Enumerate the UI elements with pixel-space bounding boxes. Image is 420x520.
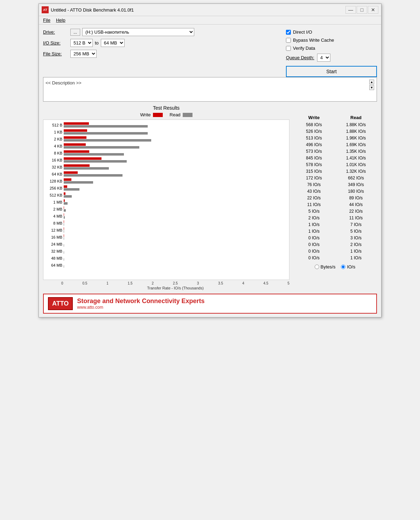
x-tick: 5 — [287, 281, 289, 285]
bar-row: 64 MB — [46, 262, 287, 268]
read-bar — [64, 174, 122, 177]
window-controls: — □ ✕ — [345, 6, 378, 14]
maximize-button[interactable]: □ — [357, 6, 367, 14]
bar-group — [64, 255, 287, 261]
bar-group — [64, 199, 287, 205]
verify-data-checkbox[interactable] — [286, 46, 291, 51]
drive-select[interactable]: (H:) USB-накопитель — [82, 28, 194, 36]
read-cell: 2 IO/s — [338, 241, 373, 248]
title-bar-left: AT Untitled - ATTO Disk Benchmark 4.01.0… — [42, 6, 134, 13]
bar-row: 24 MB — [46, 241, 287, 247]
atto-banner: ATTO Storage and Network Connectivity Ex… — [43, 294, 377, 314]
write-legend-label: Write — [140, 112, 150, 117]
io-size-row: I/O Size: 512 B to 64 MB — [43, 39, 279, 47]
bar-row: 48 MB — [46, 255, 287, 261]
direct-io-row: Direct I/O — [286, 29, 377, 35]
bar-row: 32 MB — [46, 248, 287, 254]
write-cell: 513 IO/s — [296, 135, 331, 142]
bypass-cache-label[interactable]: Bypass Write Cache — [293, 37, 334, 43]
bar-group — [64, 164, 287, 170]
app-icon: AT — [42, 6, 49, 13]
x-tick: 3.5 — [218, 281, 223, 285]
direct-io-label[interactable]: Direct I/O — [293, 29, 312, 35]
bar-row: 2 KB — [46, 136, 287, 142]
right-controls: Direct I/O Bypass Write Cache Verify Dat… — [286, 28, 377, 77]
write-cell: 0 IO/s — [296, 241, 331, 248]
verify-data-row: Verify Data — [286, 46, 377, 51]
bytes-radio[interactable] — [315, 265, 319, 269]
bar-label: 12 MB — [46, 228, 64, 232]
table-row: 845 IO/s1.41K IO/s — [293, 155, 377, 162]
bar-label: 1 MB — [46, 200, 64, 204]
minimize-button[interactable]: — — [345, 6, 356, 14]
write-bar — [64, 143, 86, 146]
close-button[interactable]: ✕ — [368, 6, 378, 14]
file-size-row: File Size: 256 MB — [43, 50, 279, 58]
bar-row: 512 KB — [46, 192, 287, 198]
queue-depth-select[interactable]: 4 — [317, 54, 330, 62]
x-tick: 2.5 — [173, 281, 178, 285]
menu-bar: File Help — [39, 16, 381, 25]
bar-label: 512 KB — [46, 193, 64, 197]
write-cell: 496 IO/s — [296, 142, 331, 148]
bar-label: 512 B — [46, 123, 64, 127]
start-button[interactable]: Start — [286, 66, 377, 77]
bar-row: 128 KB — [46, 178, 287, 184]
write-cell: 0 IO/s — [296, 255, 331, 261]
description-text: << Description >> — [46, 80, 369, 85]
read-bar — [64, 160, 127, 163]
scroll-up-button[interactable]: ▲ — [369, 80, 374, 84]
io-size-from-select[interactable]: 512 B — [70, 39, 93, 47]
bypass-cache-checkbox[interactable] — [286, 38, 291, 43]
chart-title: Test Results — [43, 105, 289, 111]
bar-label: 4 MB — [46, 214, 64, 218]
read-bar — [64, 223, 64, 226]
write-cell: 573 IO/s — [296, 148, 331, 155]
read-cell: 180 IO/s — [338, 188, 373, 195]
bar-label: 32 KB — [46, 165, 64, 169]
description-scrollbar: ▲ ▼ — [369, 80, 374, 90]
chart-container: 512 B1 KB2 KB4 KB8 KB16 KB32 KB64 KB128 … — [43, 119, 289, 280]
write-legend: Write — [140, 112, 162, 117]
bar-group — [64, 136, 287, 142]
atto-logo: ATTO — [48, 297, 73, 310]
main-content: Drive: ... (H:) USB-накопитель I/O Size:… — [39, 25, 381, 317]
bytes-label: Bytes/s — [321, 264, 336, 269]
write-bar — [64, 192, 65, 195]
x-tick: 3 — [197, 281, 199, 285]
write-bar — [64, 213, 64, 216]
write-cell: 845 IO/s — [296, 155, 331, 162]
chart-legend: Write Read — [43, 112, 289, 117]
table-row: 172 IO/s662 IO/s — [293, 175, 377, 182]
io-size-to-select[interactable]: 64 MB — [101, 39, 125, 47]
write-cell: 578 IO/s — [296, 162, 331, 168]
bar-group — [64, 227, 287, 233]
left-controls: Drive: ... (H:) USB-накопитель I/O Size:… — [43, 28, 279, 61]
table-row: 2 IO/s11 IO/s — [293, 215, 377, 221]
read-cell: 1.32K IO/s — [338, 168, 373, 175]
results-section: Test Results Write Read 512 B1 KB2 KB4 K… — [43, 105, 377, 290]
write-bar — [64, 185, 67, 188]
atto-tagline: Storage and Network Connectivity Experts — [77, 297, 204, 305]
table-row: 1 IO/s5 IO/s — [293, 228, 377, 235]
verify-data-label[interactable]: Verify Data — [293, 46, 315, 51]
drive-browse-button[interactable]: ... — [70, 29, 80, 36]
bar-label: 16 KB — [46, 158, 64, 162]
scroll-down-button[interactable]: ▼ — [369, 85, 374, 90]
bar-group — [64, 213, 287, 219]
bar-label: 64 KB — [46, 172, 64, 176]
read-legend: Read — [170, 112, 192, 117]
ios-radio[interactable] — [341, 265, 345, 269]
read-cell: 44 IO/s — [338, 201, 373, 208]
write-bar — [64, 157, 102, 160]
x-tick: 0 — [61, 281, 63, 285]
read-legend-color — [183, 113, 192, 117]
file-size-select[interactable]: 256 MB — [70, 50, 97, 58]
direct-io-checkbox[interactable] — [286, 30, 291, 35]
bytes-per-sec-label[interactable]: Bytes/s — [315, 264, 336, 269]
table-row: 513 IO/s1.96K IO/s — [293, 135, 377, 142]
menu-help[interactable]: Help — [54, 17, 68, 23]
ios-label[interactable]: IO/s — [341, 264, 355, 269]
io-size-label: I/O Size: — [43, 40, 68, 46]
menu-file[interactable]: File — [41, 17, 52, 23]
